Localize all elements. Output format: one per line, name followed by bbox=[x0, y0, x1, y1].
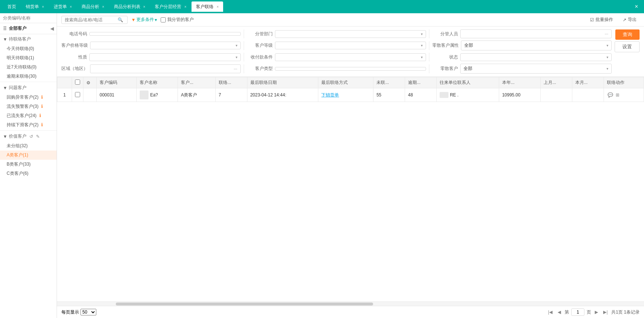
filter-input-scatter-cust[interactable]: 全部 ▾ bbox=[460, 64, 612, 74]
avatar bbox=[140, 91, 149, 99]
filter-input-person[interactable]: ··· bbox=[460, 29, 612, 38]
nav-tab-analysis-list[interactable]: 商品分析列表 × bbox=[110, 1, 150, 12]
scrollbar-thumb[interactable] bbox=[116, 303, 373, 305]
batch-op-button[interactable]: ☑ 批量操作 bbox=[587, 15, 616, 24]
sidebar-item-abnormal[interactable]: 回购异常客户(2) ℹ bbox=[0, 93, 57, 102]
contact-method-link[interactable]: 下销货单 bbox=[321, 92, 339, 98]
sidebar-item-overdue[interactable]: 逾期未联络(30) bbox=[0, 72, 57, 81]
sidebar-section-value[interactable]: ▼ 价值客户 ↺ ✎ bbox=[0, 131, 57, 141]
export-button[interactable]: ↗ 导出 bbox=[620, 15, 640, 24]
filter-input-price-level[interactable]: ▾ bbox=[90, 42, 241, 49]
filter-bar: 🔍 ▼ 更多条件 ▾ 我分管的客户 ☑ 批量操作 ↗ 导出 bbox=[57, 13, 644, 26]
cell-this-year: 10995.00 bbox=[499, 88, 540, 102]
filter-input-scatter-prop[interactable]: 全部 ▾ bbox=[461, 40, 612, 50]
edit-icon[interactable]: ✎ bbox=[36, 134, 40, 139]
search-box: 🔍 bbox=[61, 16, 128, 24]
query-button[interactable]: 查询 bbox=[615, 29, 640, 40]
close-icon[interactable]: × bbox=[70, 5, 72, 9]
sidebar-item-tomorrow[interactable]: 明天待联络(1) bbox=[0, 53, 57, 63]
filter-input-status[interactable]: ▾ bbox=[460, 53, 612, 61]
filter-label-payment: 收付款条件 bbox=[247, 54, 273, 60]
cell-action: 💬 ⊞ bbox=[604, 88, 644, 102]
col-header-no-contact: 未联... bbox=[373, 77, 405, 88]
filter-input-nature[interactable]: ▾ bbox=[89, 53, 241, 61]
close-icon[interactable]: × bbox=[184, 5, 186, 9]
nav-tab-customer-contact[interactable]: 客户联络 × bbox=[192, 1, 223, 12]
col-header-last-month: 上月... bbox=[540, 77, 572, 88]
col-header-settings[interactable]: ⚙ bbox=[83, 77, 97, 88]
filter-input-payment[interactable]: ▾ bbox=[275, 53, 426, 61]
nav-home[interactable]: 首页 bbox=[3, 4, 21, 10]
sidebar-item-warning[interactable]: 流失预警客户(3) ℹ bbox=[0, 102, 57, 111]
chat-icon[interactable]: 💬 bbox=[607, 92, 614, 98]
sidebar-item-ungroup[interactable]: 未分组(32) bbox=[0, 141, 57, 151]
settings-button[interactable]: 设置 bbox=[615, 41, 640, 52]
collapse-icon[interactable]: ◀ bbox=[50, 26, 54, 31]
sidebar-item-7days[interactable]: 近7天待联络(0) bbox=[0, 63, 57, 72]
sidebar-section-problem[interactable]: ▼ 问题客户 bbox=[0, 83, 57, 93]
cell-this-month bbox=[572, 88, 604, 102]
sidebar-item-a-class[interactable]: A类客户(1) bbox=[0, 151, 57, 160]
nav-tab-sales[interactable]: 销货单 × bbox=[21, 1, 49, 12]
section-label: 价值客户 bbox=[9, 133, 26, 139]
filter-input-phone[interactable] bbox=[89, 32, 241, 36]
nav-tab-customer-tier[interactable]: 客户分层经营 × bbox=[150, 1, 191, 12]
cell-checkbox bbox=[72, 88, 83, 102]
next-page-button[interactable]: ▶ bbox=[593, 310, 600, 315]
info-icon: ℹ bbox=[41, 95, 43, 100]
col-header-contact: 联络... bbox=[215, 77, 247, 88]
close-icon[interactable]: × bbox=[102, 5, 104, 9]
sidebar-item-b-class[interactable]: B类客户(33) bbox=[0, 160, 57, 169]
select-all-checkbox[interactable] bbox=[75, 80, 80, 85]
arrow-down-icon: ▼ bbox=[3, 85, 7, 91]
window-close-button[interactable]: × bbox=[632, 3, 641, 10]
sidebar-item-lost[interactable]: 已流失客户(24) ℹ bbox=[0, 111, 57, 120]
sidebar-section-pending[interactable]: ▼ 待联络客户 bbox=[0, 34, 57, 44]
nav-tab-analysis[interactable]: 商品分析 × bbox=[77, 1, 109, 12]
page-size-selector: 每页显示 50 100 200 bbox=[61, 309, 96, 315]
horizontal-scrollbar[interactable] bbox=[57, 301, 644, 306]
sidebar-search-input[interactable] bbox=[3, 15, 57, 21]
ellipsis-icon: ··· bbox=[605, 31, 608, 36]
qr-icon[interactable]: ⊞ bbox=[615, 92, 620, 98]
close-icon[interactable]: × bbox=[143, 5, 146, 9]
sidebar-item-c-class[interactable]: C类客户(6) bbox=[0, 169, 57, 178]
cell-last-contact-date: 2023-04-12 14:44: bbox=[247, 88, 318, 102]
col-header-cust-level: 客户... bbox=[178, 77, 216, 88]
filter-input-region[interactable]: ··· bbox=[90, 64, 241, 73]
sidebar-item-declining[interactable]: 持续下滑客户(2) ℹ bbox=[0, 120, 57, 130]
nav-tab-purchase[interactable]: 进货单 × bbox=[49, 1, 76, 12]
filter-icon: ▼ bbox=[131, 17, 136, 22]
filter-label-region: 区域（地区） bbox=[61, 66, 88, 72]
filter-field-scatter-prop: 零散客户属性 全部 ▾ bbox=[432, 40, 612, 50]
page-number-input[interactable] bbox=[571, 308, 584, 316]
prev-page-button[interactable]: ◀ bbox=[556, 310, 562, 315]
close-icon[interactable]: × bbox=[42, 5, 44, 9]
refresh-icon[interactable]: ↺ bbox=[29, 134, 33, 139]
close-icon[interactable]: × bbox=[217, 5, 219, 9]
filter-label-scatter-cust: 零散客户 bbox=[432, 66, 458, 72]
first-page-button[interactable]: |◀ bbox=[547, 310, 554, 315]
filter-row-2: 客户价格等级 ▾ 客户等级 ▾ bbox=[61, 40, 612, 50]
data-table: ⚙ 客户编码 客户名称 客户... 联络... bbox=[57, 77, 644, 102]
col-header-overdue: 逾期... bbox=[405, 77, 437, 88]
filter-input-cust-level[interactable]: ▾ bbox=[275, 42, 426, 49]
more-conditions-btn[interactable]: ▼ 更多条件 ▾ bbox=[131, 17, 157, 23]
cell-settings bbox=[83, 88, 97, 102]
last-page-button[interactable]: ▶| bbox=[602, 310, 609, 315]
filter-input-dept[interactable]: ▾ bbox=[275, 30, 426, 38]
my-customers-checkbox[interactable] bbox=[161, 17, 166, 22]
sidebar-item-today[interactable]: 今天待联络(0) bbox=[0, 44, 57, 53]
page-size-select-input[interactable]: 50 100 200 bbox=[80, 309, 96, 315]
filter-field-cust-type: 客户类型 bbox=[247, 66, 426, 72]
row-checkbox[interactable] bbox=[75, 92, 80, 97]
col-header-this-year: 本年... bbox=[499, 77, 540, 88]
chevron-down-icon: ▾ bbox=[607, 67, 608, 71]
filter-field-price-level: 客户价格等级 ▾ bbox=[61, 42, 241, 49]
search-input[interactable] bbox=[65, 17, 116, 22]
search-icon[interactable]: 🔍 bbox=[118, 17, 123, 22]
filter-field-status: 状态 ▾ bbox=[432, 53, 612, 61]
cell-unit-contact: RE . bbox=[436, 88, 499, 102]
info-icon: ℹ bbox=[41, 104, 43, 109]
filter-input-cust-type[interactable] bbox=[275, 67, 426, 71]
